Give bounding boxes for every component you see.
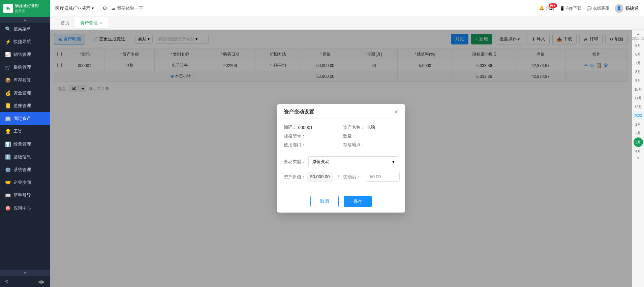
basic-info-icon: ℹ️ [5, 154, 11, 160]
sidebar-item-label: 销售管理 [13, 52, 31, 58]
date-month-2[interactable]: 2月 [633, 129, 643, 137]
change-type-select[interactable]: 原值变动 ▾ [308, 156, 398, 167]
cancel-label: 取消 [320, 199, 329, 204]
sidebar-item-label: 基础信息 [13, 154, 31, 160]
tab-close-icon[interactable]: ✕ [100, 21, 103, 25]
tabbar: 首页 资产管理 ✕ [50, 17, 644, 30]
sidebar-scroll-down[interactable]: ▼ [0, 270, 50, 276]
code-value: 000001 [298, 125, 313, 130]
purchase-icon: 🛒 [5, 65, 11, 70]
app-download-btn[interactable]: 📱 App下载 [560, 5, 581, 11]
feedback-btn[interactable]: ☁ 我要体验一下 [111, 5, 143, 11]
asset-change-dialog: 资产变动设置 ✕ 编码： 000001 资产名称： 电脑 [277, 104, 405, 213]
change-type-row: 变动类型： 原值变动 ▾ [284, 156, 398, 167]
system-icon: ⚙️ [5, 167, 11, 172]
sidebar-item-appstore[interactable]: 🎯 应用中心 [0, 202, 50, 215]
date-month-9[interactable]: 9月 [633, 76, 643, 85]
sidebar-item-finance[interactable]: 💰 资金管理 [0, 87, 50, 99]
save-btn[interactable]: 保存 [344, 196, 372, 207]
app-download-label: App下载 [566, 5, 581, 11]
required-star: * [337, 174, 339, 179]
cancel-btn[interactable]: 取消 [310, 196, 339, 207]
tab-asset-management[interactable]: 资产管理 ✕ [75, 17, 108, 29]
date-month-5[interactable]: 5月 [633, 41, 643, 50]
dialog-header: 资产变动设置 ✕ [277, 104, 405, 119]
sidebar-item-salary[interactable]: 👷 工资 [0, 125, 50, 138]
tab-home-label: 首页 [61, 20, 69, 26]
download-icon: 📱 [560, 6, 565, 11]
date-panel: ▲ 2023.03 5月 6月 7月 8月 9月 10月 11月 12月 202… [632, 30, 644, 287]
sidebar-item-fixed-assets[interactable]: 🏢 固定资产 [0, 112, 50, 125]
settings-icon[interactable]: ⚙ [5, 279, 9, 284]
info-location: 存放地点： [343, 142, 398, 148]
date-month-4[interactable]: 4月 [633, 147, 643, 156]
date-month-6[interactable]: 6月 [633, 50, 643, 59]
notification-badge: 99+ [549, 3, 557, 8]
inventory-icon: 📦 [5, 77, 11, 83]
app-logo: 畅 [3, 4, 13, 13]
ledger-icon: 📒 [5, 103, 11, 108]
avatar: 👤 [615, 4, 623, 13]
company-selector[interactable]: 医疗器械行业演示 ▾ [55, 5, 94, 11]
tab-asset-label: 资产管理 [80, 20, 98, 26]
change-type-value: 原值变动 [312, 159, 330, 165]
info-dept: 使用部门： [284, 142, 339, 148]
sidebar-item-label: 快捷导航 [13, 39, 31, 45]
date-year-2023[interactable]: 2023 [633, 111, 644, 120]
sidebar-scroll-up[interactable]: ▲ [0, 17, 50, 23]
quicknav-icon: ⚡ [5, 39, 11, 44]
date-scroll-up-btn[interactable]: ▲ [636, 31, 641, 36]
sales-icon: 📈 [5, 52, 11, 57]
settings-gear-icon[interactable]: ⚙ [102, 5, 107, 11]
dialog-overlay[interactable]: 资产变动设置 ✕ 编码： 000001 资产名称： 电脑 [50, 30, 632, 287]
date-month-10[interactable]: 10月 [633, 85, 643, 94]
date-month-11[interactable]: 11月 [633, 94, 643, 102]
sidebar-item-inventory[interactable]: 📦 库存核算 [0, 74, 50, 87]
sidebar-item-system[interactable]: ⚙️ 系统管理 [0, 163, 50, 176]
sidebar-item-basic-info[interactable]: ℹ️ 基础信息 [0, 151, 50, 163]
original-value-display: 50,000.00 [307, 172, 334, 182]
asset-name-value: 电脑 [366, 124, 375, 130]
date-month-3[interactable]: 3月 [634, 137, 643, 147]
after-change-input[interactable] [366, 172, 400, 182]
sidebar: 畅 畅捷通好业财 普及版 ▲ 🔍 搜索菜单 ⚡ 快捷导航 📈 销售管理 🛒 采购… [0, 0, 50, 287]
save-label: 保存 [354, 199, 362, 204]
content-area: ◉ 资产明细 📄 变更生成凭证 类别 ▾ 请选择固定资产类别 ▾ [50, 30, 644, 287]
sidebar-item-label: 库存核算 [13, 77, 31, 83]
tab-home[interactable]: 首页 [55, 17, 75, 29]
sidebar-item-label: 采购管理 [13, 64, 31, 70]
sidebar-footer: ⚙ ◀▶ [0, 276, 50, 287]
sidebar-item-guide[interactable]: 📖 新手引导 [0, 189, 50, 202]
sidebar-item-label: 总账管理 [13, 103, 31, 109]
guide-icon: 📖 [5, 193, 11, 198]
info-name: 资产名称： 电脑 [343, 124, 398, 130]
sidebar-item-purchase[interactable]: 🛒 采购管理 [0, 61, 50, 74]
username: 畅捷通 [625, 5, 639, 11]
date-month-12[interactable]: 12月 [633, 102, 643, 111]
customer-service-btn[interactable]: 💬 在线客服 [587, 5, 609, 11]
dialog-close-btn[interactable]: ✕ [394, 109, 398, 115]
service-icon: 💬 [587, 6, 592, 11]
collapse-icon[interactable]: ◀▶ [38, 279, 45, 284]
change-type-dropdown-icon: ▾ [392, 159, 395, 164]
company-dropdown-icon: ▾ [92, 6, 94, 11]
date-month-1[interactable]: 1月 [633, 120, 643, 129]
sidebar-item-ledger[interactable]: 📒 总账管理 [0, 99, 50, 112]
sidebar-item-management[interactable]: 📊 经营管理 [0, 138, 50, 151]
sidebar-item-search[interactable]: 🔍 搜索菜单 [0, 23, 50, 35]
date-month-8[interactable]: 8月 [633, 67, 643, 76]
date-month-7[interactable]: 7月 [633, 59, 643, 67]
topbar-divider [98, 5, 98, 12]
sidebar-item-quicknav[interactable]: ⚡ 快捷导航 [0, 35, 50, 48]
sidebar-header: 畅 畅捷通好业财 普及版 [0, 0, 50, 17]
topbar: 医疗器械行业演示 ▾ ⚙ ☁ 我要体验一下 🔔 99+ 消息 📱 App下载 💬… [50, 0, 644, 17]
user-menu[interactable]: 👤 畅捷通 [615, 4, 639, 13]
date-scroll-down-btn[interactable]: ▼ [636, 156, 641, 161]
sidebar-item-sales[interactable]: 📈 销售管理 [0, 48, 50, 61]
quantity-label: 数量： [343, 133, 356, 139]
dialog-title: 资产变动设置 [284, 109, 314, 115]
notification-btn[interactable]: 🔔 99+ 消息 [539, 5, 554, 11]
management-icon: 📊 [5, 141, 11, 147]
dialog-body: 编码： 000001 资产名称： 电脑 规格型号： [277, 119, 405, 192]
sidebar-item-collab[interactable]: 🤝 企业协同 [0, 176, 50, 189]
